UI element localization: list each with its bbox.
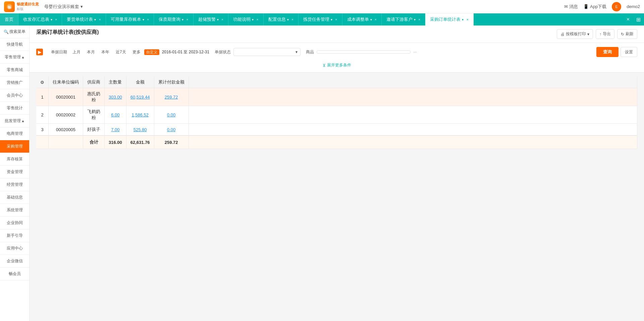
refresh-button[interactable]: ↻ 刷新 (617, 29, 637, 39)
table-row[interactable]: 1 00020001 惠氏奶粉 303.00 60,519.44 259.72 (36, 88, 637, 106)
tab-home[interactable]: 首页 (0, 13, 18, 25)
query-button[interactable]: 查询 (596, 47, 619, 57)
tab-demand-stats[interactable]: 要货单统计表 ▾ × (62, 13, 106, 25)
table-row[interactable]: 2 00020002 飞鹤奶粉 6.00 1,586.52 0.00 (36, 106, 637, 124)
settings-button[interactable]: 设置 (621, 47, 637, 57)
tab-close-icon[interactable]: × (147, 17, 149, 21)
app-download-action[interactable]: 📱 App下载 (583, 4, 606, 10)
sidebar-item-quick-nav[interactable]: 快捷导航 (0, 38, 29, 51)
sidebar-item-member[interactable]: 会员中心 (0, 89, 29, 102)
tab-close-icon[interactable]: × (466, 17, 468, 21)
shortcut-7days[interactable]: 近7天 (113, 49, 129, 56)
expand-icon: ▲ (21, 55, 25, 59)
sidebar-item-operation[interactable]: 经营管理 (0, 178, 29, 191)
message-action[interactable]: ✉ 消息 (564, 4, 578, 10)
sidebar-item-sys-manage[interactable]: 系统管理 (0, 204, 29, 217)
row-amount[interactable]: 525.80 (126, 124, 154, 136)
expand-row: ⊻ 展开更多条件 (36, 57, 637, 68)
tab-func-desc[interactable]: 功能说明 ▾ × (228, 13, 263, 25)
tab-invite-downstream[interactable]: 邀请下游客户 ▾ × (382, 13, 425, 25)
tab-purchase-stats[interactable]: 采购订单统计表 ▾ × (425, 13, 473, 25)
home-label: 首页 (5, 16, 13, 22)
custom-date-badge[interactable]: 自定义 (144, 49, 159, 55)
sidebar-item-enterprise-coop[interactable]: 企业协同 (0, 217, 29, 229)
sidebar-item-retail-shop[interactable]: 零售商城 (0, 64, 29, 76)
tab-close-icon[interactable]: × (418, 17, 420, 21)
tab-dropdown-icon: ▾ (182, 18, 183, 21)
sidebar-item-newbie[interactable]: 新手引导 (0, 229, 29, 242)
sidebar-label: 企业协同 (7, 220, 23, 226)
tab-close-icon[interactable]: × (99, 17, 101, 21)
sidebar-item-marketing[interactable]: 营销推广 (0, 76, 29, 89)
row-paid[interactable]: 259.72 (154, 88, 189, 106)
expand-filter-button[interactable]: ▶ (36, 49, 43, 55)
tab-close-icon[interactable]: × (256, 17, 258, 21)
row-qty[interactable]: 7.00 (105, 124, 126, 136)
sidebar-item-finance[interactable]: 资金管理 (0, 166, 29, 178)
table-header-row: ⚙ 往来单位编码 供应商 主数量 金额 累计付款金额 (36, 76, 637, 88)
top-bar-left: 畅 畅捷通好生意 标版 母婴行业演示账套 ▾ (4, 1, 86, 12)
table-row[interactable]: 3 00020005 好孩子 7.00 525.80 0.00 (36, 124, 637, 136)
sidebar-item-batch[interactable]: 批发管理 ▲ (0, 115, 29, 127)
template-print-button[interactable]: 🖨 按模板打印 ▾ (557, 29, 593, 39)
tab-overstock[interactable]: 超储预警 ▾ × (194, 13, 228, 25)
goods-input[interactable] (317, 50, 411, 54)
export-button[interactable]: ↑ 导出 (596, 29, 614, 39)
row-qty[interactable]: 303.00 (105, 88, 126, 106)
row-amount[interactable]: 60,519.44 (126, 88, 154, 106)
tab-close-icon[interactable]: × (291, 17, 293, 21)
shortcut-this-year[interactable]: 本年 (99, 49, 112, 56)
tab-label: 拣货任务管理 (303, 16, 329, 22)
svg-text:畅: 畅 (8, 5, 11, 9)
row-code: 00020001 (49, 88, 83, 106)
tab-available-stock[interactable]: 可用量库存账本 ▾ × (106, 13, 154, 25)
tab-config-info[interactable]: 配置信息 ▾ × (264, 13, 299, 25)
col-supplier: 供应商 (83, 76, 105, 88)
expand-tabs-btn[interactable]: ⊞ (633, 13, 644, 25)
gear-icon[interactable]: ⚙ (40, 80, 44, 85)
sidebar-item-basic-info[interactable]: 基础信息 (0, 191, 29, 204)
footer-extra (189, 136, 637, 149)
sidebar-item-enterprise-wechat[interactable]: 企业微信 (0, 255, 29, 268)
more-options-icon[interactable]: ··· (413, 50, 417, 54)
user-avatar[interactable]: E (612, 2, 621, 11)
tab-close-icon[interactable]: × (221, 17, 223, 21)
export-icon: ↑ (599, 32, 601, 37)
tab-close-icon[interactable]: × (186, 17, 188, 21)
row-paid[interactable]: 0.00 (154, 124, 189, 136)
sidebar-item-search[interactable]: 🔍 搜索菜单 (0, 25, 29, 38)
tab-receive-send[interactable]: 收发存汇总表 ▾ × (18, 13, 62, 25)
row-extra (189, 124, 637, 136)
tab-label: 配置信息 (268, 16, 286, 22)
sidebar-item-inventory[interactable]: 库存核算 (0, 153, 29, 166)
sidebar-item-vip[interactable]: 畅会员 (0, 268, 29, 280)
tab-close-icon[interactable]: × (375, 17, 377, 21)
expand-conditions-btn[interactable]: ⊻ 展开更多条件 (323, 62, 351, 68)
footer-label: 合计 (83, 136, 105, 149)
row-amount[interactable]: 1,586.52 (126, 106, 154, 124)
sidebar-label: 零售商城 (7, 67, 23, 73)
tab-expiry-check[interactable]: 保质期查询 ▾ × (154, 13, 193, 25)
app-download-label: App下载 (590, 4, 606, 10)
sidebar-item-retail-stats[interactable]: 零售统计 (0, 102, 29, 115)
tab-close-icon[interactable]: × (55, 17, 57, 21)
row-paid[interactable]: 0.00 (154, 106, 189, 124)
close-all-tabs-btn[interactable]: × (623, 13, 633, 25)
shortcut-this-month[interactable]: 本月 (84, 49, 98, 56)
workspace-selector[interactable]: 母婴行业演示账套 ▾ (42, 2, 86, 11)
tab-pick-task[interactable]: 拣货任务管理 ▾ × (299, 13, 342, 25)
shortcut-more[interactable]: 更多 (130, 49, 143, 56)
row-qty[interactable]: 6.00 (105, 106, 126, 124)
sidebar-item-retail[interactable]: 零售管理 ▲ (0, 51, 29, 64)
sidebar-item-purchase[interactable]: 采购管理 (0, 140, 29, 153)
tab-cost-adjust[interactable]: 成本调整单 ▾ × (342, 13, 382, 25)
shortcut-last-month[interactable]: 上月 (70, 49, 83, 56)
tab-close-icon[interactable]: × (335, 17, 337, 21)
sidebar-item-app-center[interactable]: 应用中心 (0, 242, 29, 255)
expand-icon: ▲ (21, 119, 25, 123)
sidebar: 🔍 搜索菜单 快捷导航 零售管理 ▲ 零售商城 营销推广 会员中心 零售统计 批… (0, 25, 30, 321)
status-select[interactable]: ▾ (233, 48, 301, 56)
sidebar-item-ecommerce[interactable]: 电商管理 (0, 127, 29, 140)
sidebar-label: 畅会员 (9, 271, 21, 277)
username[interactable]: demo2 (627, 4, 640, 9)
